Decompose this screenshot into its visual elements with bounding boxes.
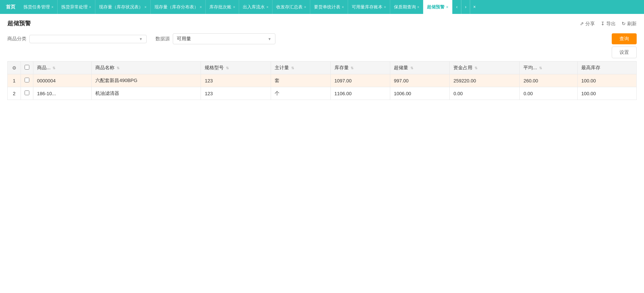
share-icon: ⇗ bbox=[580, 21, 584, 26]
cell-over-stock-1: 1006.00 bbox=[390, 87, 450, 100]
nav-tab-5[interactable]: 出入库流水 × bbox=[239, 0, 272, 14]
th-settings: ⚙ bbox=[8, 62, 21, 74]
nav-tab-3[interactable]: 现存量（库存分布表） × bbox=[151, 0, 206, 14]
th-product-code[interactable]: 商品... ⇅ bbox=[33, 62, 92, 74]
cell-product-code-1: 186-10... bbox=[33, 87, 92, 100]
sort-unit-icon: ⇅ bbox=[291, 66, 294, 70]
top-navigation: 首页 拣货任务管理 × 拣货异常处理 × 现存量（库存状况表） × 现存量（库存… bbox=[0, 0, 644, 14]
settings-gear-icon[interactable]: ⚙ bbox=[12, 65, 17, 71]
th-product-name[interactable]: 商品名称 ⇅ bbox=[92, 62, 201, 74]
th-avg[interactable]: 平均... ⇅ bbox=[520, 62, 578, 74]
close-tab-9[interactable]: × bbox=[417, 5, 420, 9]
sort-over-stock-icon: ⇅ bbox=[410, 66, 413, 70]
row-checkbox-1[interactable] bbox=[21, 87, 33, 100]
nav-tab-1[interactable]: 拣货异常处理 × bbox=[58, 0, 95, 14]
cell-stock-0: 1097.00 bbox=[330, 74, 390, 87]
nav-next-arrow[interactable]: › bbox=[461, 0, 470, 14]
close-tab-3[interactable]: × bbox=[200, 5, 202, 9]
filter-left: 商品分类 ▼ 数据源 可用量 ▼ bbox=[7, 33, 612, 44]
sort-spec-icon: ⇅ bbox=[226, 66, 229, 70]
filter-bar: 商品分类 ▼ 数据源 可用量 ▼ 查询 设置 bbox=[7, 33, 637, 58]
sort-avg-icon: ⇅ bbox=[539, 66, 542, 70]
category-select[interactable]: ▼ bbox=[29, 35, 147, 43]
th-unit[interactable]: 主计量 ⇅ bbox=[271, 62, 330, 74]
close-tab-8[interactable]: × bbox=[384, 5, 386, 9]
refresh-icon: ↻ bbox=[622, 21, 626, 26]
cell-avg-0: 260.00 bbox=[520, 74, 578, 87]
sort-product-code-icon: ⇅ bbox=[52, 66, 55, 70]
close-tab-6[interactable]: × bbox=[304, 5, 306, 9]
datasource-select[interactable]: 可用量 ▼ bbox=[173, 33, 275, 44]
category-label: 商品分类 bbox=[7, 36, 26, 42]
table-row: 2 186-10... 机油滤清器 123 个 1106.00 1006.00 … bbox=[8, 87, 637, 100]
datasource-label: 数据源 bbox=[155, 36, 170, 42]
query-button[interactable]: 查询 bbox=[612, 33, 637, 44]
nav-prev-arrow[interactable]: ‹ bbox=[452, 0, 461, 14]
table-header-row: ⚙ 商品... ⇅ 商品名称 ⇅ 规格型号 ⇅ 主计量 bbox=[8, 62, 637, 74]
datasource-filter-group: 数据源 可用量 ▼ bbox=[155, 33, 275, 44]
row-select-1[interactable] bbox=[25, 90, 29, 95]
th-checkbox bbox=[21, 62, 33, 74]
row-select-0[interactable] bbox=[25, 78, 29, 82]
th-spec[interactable]: 规格型号 ⇅ bbox=[201, 62, 271, 74]
cell-over-stock-0: 997.00 bbox=[390, 74, 450, 87]
datasource-select-value: 可用量 bbox=[177, 36, 191, 42]
close-tab-2[interactable]: × bbox=[144, 5, 147, 9]
category-filter-group: 商品分类 ▼ bbox=[7, 35, 147, 43]
page-title: 超储预警 bbox=[7, 20, 31, 27]
share-button[interactable]: ⇗ 分享 bbox=[580, 21, 595, 27]
export-button[interactable]: ↧ 导出 bbox=[601, 21, 616, 27]
close-tab-10[interactable]: × bbox=[446, 5, 448, 9]
cell-capital-0: 259220.00 bbox=[450, 74, 520, 87]
nav-tab-7[interactable]: 要货单统计表 × bbox=[310, 0, 348, 14]
sort-stock-icon: ⇅ bbox=[351, 66, 354, 70]
chevron-down-icon: ▼ bbox=[139, 37, 143, 41]
nav-tab-0[interactable]: 拣货任务管理 × bbox=[20, 0, 58, 14]
cell-capital-1: 0.00 bbox=[450, 87, 520, 100]
close-tab-0[interactable]: × bbox=[51, 5, 54, 9]
cell-spec-0: 123 bbox=[201, 74, 271, 87]
cell-unit-0: 套 bbox=[271, 74, 330, 87]
nav-tab-6[interactable]: 收发存汇总表 × bbox=[272, 0, 310, 14]
nav-home[interactable]: 首页 bbox=[1, 4, 20, 10]
close-tab-4[interactable]: × bbox=[233, 5, 235, 9]
sort-product-name-icon: ⇅ bbox=[117, 66, 120, 70]
cell-spec-1: 123 bbox=[201, 87, 271, 100]
th-capital[interactable]: 资金占用 ⇅ bbox=[450, 62, 520, 74]
cell-unit-1: 个 bbox=[271, 87, 330, 100]
th-stock[interactable]: 库存量 ⇅ bbox=[330, 62, 390, 74]
cell-product-name-1: 机油滤清器 bbox=[92, 87, 201, 100]
header-actions: ⇗ 分享 ↧ 导出 ↻ 刷新 bbox=[580, 21, 637, 27]
refresh-button[interactable]: ↻ 刷新 bbox=[622, 21, 637, 27]
settings-button[interactable]: 设置 bbox=[612, 47, 637, 58]
cell-max-stock-0: 100.00 bbox=[578, 74, 637, 87]
row-num-0: 1 bbox=[8, 74, 21, 87]
page-header: 超储预警 ⇗ 分享 ↧ 导出 ↻ 刷新 bbox=[7, 20, 637, 27]
cell-avg-1: 0.00 bbox=[520, 87, 578, 100]
nav-tab-10[interactable]: 超储预警 × bbox=[423, 0, 452, 14]
row-checkbox-0[interactable] bbox=[21, 74, 33, 87]
right-action-buttons: 查询 设置 bbox=[612, 33, 637, 58]
nav-tab-8[interactable]: 可用量库存账本 × bbox=[348, 0, 390, 14]
th-over-stock[interactable]: 超储量 ⇅ bbox=[390, 62, 450, 74]
data-table: ⚙ 商品... ⇅ 商品名称 ⇅ 规格型号 ⇅ 主计量 bbox=[7, 61, 637, 100]
main-content: 超储预警 ⇗ 分享 ↧ 导出 ↻ 刷新 商品分类 ▼ bbox=[0, 14, 644, 293]
th-max-stock[interactable]: 最高库存 bbox=[578, 62, 637, 74]
cell-product-name-0: 六配套新昌490BPG bbox=[92, 74, 201, 87]
sort-capital-icon: ⇅ bbox=[475, 66, 477, 70]
close-tab-1[interactable]: × bbox=[89, 5, 91, 9]
nav-tab-2[interactable]: 现存量（库存状况表） × bbox=[95, 0, 151, 14]
close-tab-5[interactable]: × bbox=[266, 5, 268, 9]
nav-tab-4[interactable]: 库存批次账 × bbox=[206, 0, 239, 14]
row-num-1: 2 bbox=[8, 87, 21, 100]
cell-max-stock-1: 100.00 bbox=[578, 87, 637, 100]
table-row: 1 0000004 六配套新昌490BPG 123 套 1097.00 997.… bbox=[8, 74, 637, 87]
export-icon: ↧ bbox=[601, 21, 605, 26]
cell-stock-1: 1106.00 bbox=[330, 87, 390, 100]
cell-product-code-0: 0000004 bbox=[33, 74, 92, 87]
nav-close-arrow[interactable]: × bbox=[470, 0, 479, 14]
datasource-chevron-icon: ▼ bbox=[268, 37, 271, 41]
close-tab-7[interactable]: × bbox=[342, 5, 344, 9]
nav-tab-9[interactable]: 保质期查询 × bbox=[390, 0, 424, 14]
select-all-checkbox[interactable] bbox=[25, 65, 29, 70]
